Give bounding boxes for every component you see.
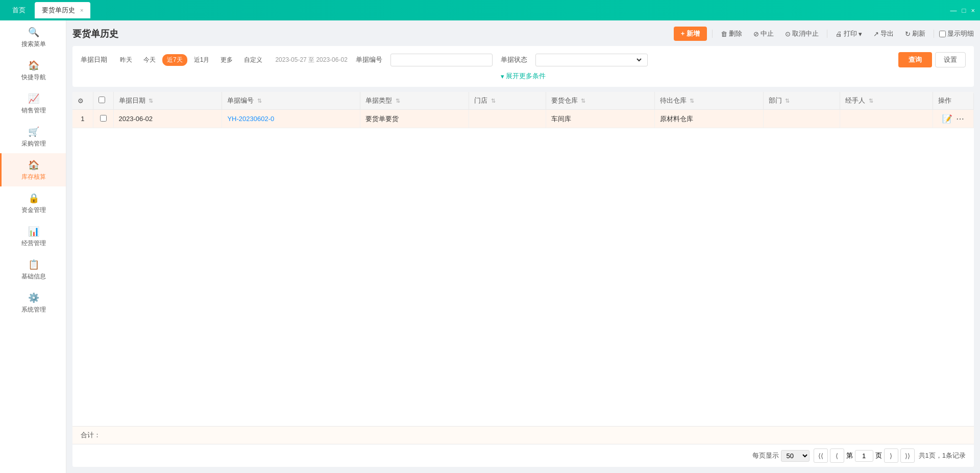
sidebar-item-basic-info[interactable]: 📋 基础信息 [0, 253, 66, 286]
cell-docno[interactable]: YH-20230602-0 [222, 110, 360, 128]
stop-icon: ⊘ [753, 30, 759, 38]
sales-icon: 📈 [28, 93, 39, 104]
sidebar-label-inventory: 库存核算 [21, 173, 46, 181]
print-button[interactable]: 🖨 打印 ▾ [832, 27, 865, 40]
col-header-ops: 操作 [933, 92, 974, 110]
table-area: ⚙ 单据日期 ⇅ 单据编号 ⇅ [72, 92, 974, 467]
sidebar-item-finance[interactable]: 🔒 资金管理 [0, 186, 66, 220]
cell-ops: 📝 ⋯ [933, 110, 974, 128]
window-controls: — □ × [950, 7, 975, 14]
sidebar-item-system[interactable]: ⚙️ 系统管理 [0, 286, 66, 319]
sidebar-label-basic-info: 基础信息 [21, 272, 46, 281]
sidebar-item-sales[interactable]: 📈 销售管理 [0, 87, 66, 120]
date-btn-1month[interactable]: 近1月 [189, 54, 214, 66]
page-input-prefix: 第 [846, 451, 853, 460]
tab-home[interactable]: 首页 [5, 2, 33, 18]
cell-checkbox[interactable] [93, 110, 113, 128]
table-body: 1 2023-06-02 YH-20230602-0 要货单要货 车间库 原材料… [72, 110, 974, 128]
page-size-dropdown[interactable]: 50 10 20 100 [781, 450, 810, 462]
delete-button[interactable]: 🗑 删除 [718, 27, 745, 40]
docno-filter-input[interactable] [390, 54, 493, 66]
docno-link[interactable]: YH-20230602-0 [227, 115, 274, 123]
query-button[interactable]: 查询 [898, 52, 932, 67]
display-detail-toggle[interactable]: 显示明细 [939, 29, 974, 38]
page-number-input[interactable] [855, 450, 873, 462]
col-header-date: 单据日期 ⇅ [113, 92, 222, 110]
sort-store-icon[interactable]: ⇅ [491, 98, 496, 104]
cell-date: 2023-06-02 [113, 110, 222, 128]
sidebar-item-operations[interactable]: 📊 经营管理 [0, 220, 66, 253]
last-page-button[interactable]: ⟩⟩ [900, 448, 915, 463]
col-header-department: 部门 ⇅ [763, 92, 840, 110]
table-header: ⚙ 单据日期 ⇅ 单据编号 ⇅ [72, 92, 974, 110]
prev-page-button[interactable]: ⟨ [830, 448, 844, 463]
print-icon: 🖨 [836, 30, 842, 38]
date-btn-today[interactable]: 今天 [139, 54, 160, 66]
sort-department-icon[interactable]: ⇅ [785, 98, 790, 104]
docstatus-filter-select[interactable] [540, 56, 643, 64]
filter-row-main: 单据日期 昨天 今天 近7天 近1月 更多 自定义 2023-05-27 至 2… [81, 52, 966, 67]
toolbar: + 新增 🗑 删除 ⊘ 中止 ⊙ 取消中止 🖨 打印 [674, 27, 974, 41]
close-tab-icon[interactable]: × [80, 7, 83, 13]
filter-area: 单据日期 昨天 今天 近7天 近1月 更多 自定义 2023-05-27 至 2… [72, 46, 974, 87]
date-btn-more[interactable]: 更多 [216, 54, 237, 66]
settings-button[interactable]: 设置 [935, 52, 966, 67]
pagination-bar: 每页显示 50 10 20 100 ⟨⟨ ⟨ 第 页 ⟩ ⟩⟩ [72, 444, 974, 467]
main-layout: 🔍 搜索菜单 🏠 快捷导航 📈 销售管理 🛒 采购管理 🏠 库存核算 🔒 资金管… [0, 20, 980, 473]
docstatus-filter-select-wrapper[interactable] [535, 54, 648, 66]
refresh-label: 刷新 [912, 29, 925, 38]
date-btn-yesterday[interactable]: 昨天 [115, 54, 137, 66]
sidebar-item-search-menu[interactable]: 🔍 搜索菜单 [0, 20, 66, 54]
display-detail-checkbox[interactable] [939, 31, 946, 37]
sidebar-label-purchase: 采购管理 [21, 139, 46, 148]
tab-active[interactable]: 要货单历史 × [35, 2, 90, 18]
refresh-button[interactable]: ↻ 刷新 [902, 27, 928, 40]
export-button[interactable]: ↗ 导出 [870, 27, 897, 40]
row-checkbox[interactable] [100, 115, 107, 122]
cancel-stop-button[interactable]: ⊙ 取消中止 [782, 27, 822, 40]
col-header-checkbox [93, 92, 113, 110]
sidebar-item-purchase[interactable]: 🛒 采购管理 [0, 120, 66, 153]
sidebar-item-inventory[interactable]: 🏠 库存核算 [0, 153, 66, 186]
edit-icon[interactable]: 📝 [942, 114, 952, 123]
sort-date-icon[interactable]: ⇅ [149, 98, 153, 104]
date-filter-label: 单据日期 [81, 55, 107, 64]
expand-more-button[interactable]: ▾ 展开更多条件 [501, 72, 546, 81]
date-btn-7days[interactable]: 近7天 [162, 54, 187, 66]
cell-reqwarehouse: 车间库 [546, 110, 654, 128]
stop-button[interactable]: ⊘ 中止 [750, 27, 777, 40]
sort-pendingwarehouse-icon[interactable]: ⇅ [690, 98, 694, 104]
sort-handler-icon[interactable]: ⇅ [869, 98, 873, 104]
basic-info-icon: 📋 [28, 259, 39, 270]
docno-filter-label: 单据编号 [356, 55, 382, 64]
expand-label: 展开更多条件 [506, 72, 546, 81]
page-input-suffix: 页 [875, 451, 882, 460]
date-btn-custom[interactable]: 自定义 [239, 54, 267, 66]
toolbar-divider-2 [827, 30, 827, 38]
cell-store [469, 110, 546, 128]
minimize-icon[interactable]: — [950, 7, 957, 14]
table-scroll[interactable]: ⚙ 单据日期 ⇅ 单据编号 ⇅ [72, 92, 974, 426]
sidebar-item-quick-nav[interactable]: 🏠 快捷导航 [0, 54, 66, 87]
col-header-reqwarehouse: 要货仓库 ⇅ [546, 92, 654, 110]
add-button[interactable]: + 新增 [674, 27, 707, 41]
operations-icon: 📊 [28, 226, 39, 237]
sort-docno-icon[interactable]: ⇅ [257, 98, 262, 104]
expand-icon: ▾ [501, 73, 504, 80]
select-all-checkbox[interactable] [99, 97, 105, 103]
print-dropdown-icon: ▾ [859, 30, 862, 38]
sidebar-label-quick-nav: 快捷导航 [21, 73, 46, 82]
column-settings-icon[interactable]: ⚙ [72, 92, 93, 110]
sidebar-label-sales: 销售管理 [21, 106, 46, 115]
sort-reqwarehouse-icon[interactable]: ⇅ [581, 98, 585, 104]
sort-doctype-icon[interactable]: ⇅ [396, 98, 400, 104]
maximize-icon[interactable]: □ [962, 7, 966, 14]
col-header-store: 门店 ⇅ [469, 92, 546, 110]
next-page-button[interactable]: ⟩ [884, 448, 898, 463]
first-page-button[interactable]: ⟨⟨ [814, 448, 828, 463]
close-window-icon[interactable]: × [971, 7, 975, 14]
more-ops-icon[interactable]: ⋯ [956, 114, 964, 123]
active-tab-label: 要货单历史 [42, 6, 75, 15]
col-header-pendingwarehouse: 待出仓库 ⇅ [654, 92, 763, 110]
cancel-stop-label: 取消中止 [792, 29, 819, 38]
